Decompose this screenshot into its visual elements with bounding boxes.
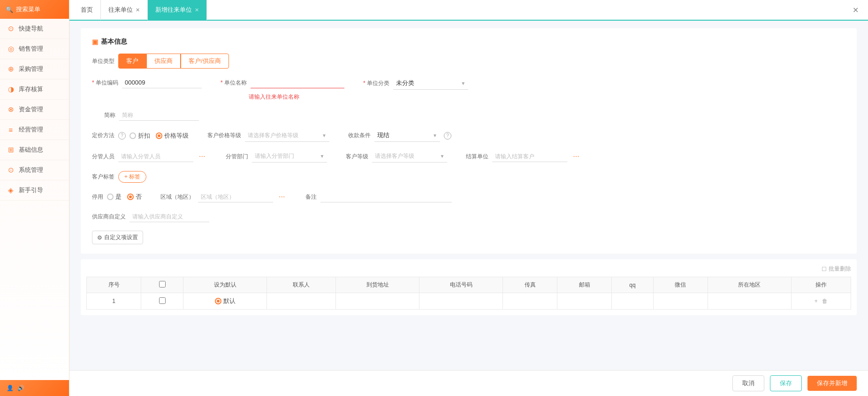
customer-price-placeholder: 请选择客户价格等级 <box>248 132 298 140</box>
settlement-more-btn[interactable]: ··· <box>571 152 581 161</box>
cell-fax <box>503 293 557 310</box>
unit-code-input[interactable] <box>122 77 202 88</box>
pricing-radio-price-level[interactable]: 价格等级 <box>156 132 189 140</box>
default-radio[interactable]: 默认 <box>188 297 262 305</box>
payment-terms-select[interactable]: 现结 ▼ <box>374 129 440 142</box>
select-all-checkbox[interactable] <box>159 281 166 287</box>
batch-delete-btn[interactable]: ☐ 批量删除 <box>822 265 851 273</box>
supplier-custom-label: 供应商自定义 <box>92 213 126 221</box>
manager-row: 分管人员 ··· 分管部门 请输入分管部门 ▼ 客户等级 请选择客户等级 ▼ <box>92 150 845 163</box>
radio-circle-discount <box>129 132 136 139</box>
cancel-button[interactable]: 取消 <box>732 375 764 391</box>
supplier-custom-row: 供应商自定义 <box>92 211 845 222</box>
type-btn-customer[interactable]: 客户 <box>118 54 146 69</box>
customer-tag-group: 客户标签 + 标签 <box>92 171 146 183</box>
section-title-text: 基本信息 <box>101 38 127 46</box>
radio-no-circle <box>127 194 134 200</box>
window-close-button[interactable]: ✕ <box>847 6 864 15</box>
cell-phone <box>419 293 503 310</box>
sidebar-item-guide[interactable]: ◈ 新手引导 <box>0 180 69 201</box>
disable-no-radio[interactable]: 否 <box>127 193 142 201</box>
sidebar-item-purchase[interactable]: ⊕ 采购管理 <box>0 59 69 79</box>
quick-nav-icon: ⊙ <box>7 24 15 33</box>
form-content: ▣ 基本信息 单位类型 客户 供应商 客户/供应商 单位编码 <box>69 21 868 370</box>
purchase-icon: ⊕ <box>7 65 15 73</box>
sidebar-item-basic[interactable]: ⊞ 基础信息 <box>0 140 69 160</box>
unit-category-select[interactable]: 未分类 ▼ <box>393 77 468 90</box>
sidebar-item-inventory[interactable]: ◑ 库存核算 <box>0 79 69 100</box>
cell-actions: + 🗑 <box>791 293 851 310</box>
th-actions: 操作 <box>791 277 851 293</box>
save-new-button[interactable]: 保存并新增 <box>807 376 857 391</box>
sidebar-item-sales[interactable]: ◎ 销售管理 <box>0 39 69 59</box>
pricing-method-group: 定价方法 ? 折扣 价格等级 <box>92 132 189 140</box>
gear-icon: ⚙ <box>97 234 102 241</box>
type-btn-supplier[interactable]: 供应商 <box>146 54 181 69</box>
pricing-radio-discount[interactable]: 折扣 <box>129 132 150 140</box>
customer-level-dropdown-icon: ▼ <box>440 154 444 159</box>
main-content: 首页 往来单位 ✕ 新增往来单位 ✕ ✕ ▣ 基本信息 单位类型 <box>69 0 868 396</box>
sidebar-item-quick-nav[interactable]: ⊙ 快捷导航 <box>0 19 69 39</box>
type-btn-both[interactable]: 客户/供应商 <box>181 54 229 69</box>
sidebar-item-operations[interactable]: ≡ 经营管理 <box>0 120 69 140</box>
sidebar-search[interactable]: 🔍 搜索菜单 <box>0 0 69 19</box>
row-checkbox[interactable] <box>159 297 166 304</box>
payment-terms-dropdown-icon: ▼ <box>433 133 437 138</box>
unit-name-label: 单位名称 <box>221 79 247 87</box>
pricing-help-icon[interactable]: ? <box>118 132 126 140</box>
custom-settings-button[interactable]: ⚙ 自定义项设置 <box>92 231 143 244</box>
sidebar-item-finance[interactable]: ⊗ 资金管理 <box>0 100 69 120</box>
save-button[interactable]: 保存 <box>770 375 802 391</box>
pricing-method-label: 定价方法 <box>92 132 114 140</box>
tab-home[interactable]: 首页 <box>73 0 101 20</box>
th-phone: 电话号码 <box>419 277 503 293</box>
radio-discount-label: 折扣 <box>138 132 150 140</box>
unit-category-value: 未分类 <box>396 79 414 87</box>
region-more-btn[interactable]: ··· <box>277 193 287 201</box>
guide-icon: ◈ <box>7 186 15 194</box>
add-tag-button[interactable]: + 标签 <box>118 171 146 183</box>
sidebar-item-system[interactable]: ⊙ 系统管理 <box>0 160 69 180</box>
short-name-input[interactable] <box>119 109 199 121</box>
settlement-input[interactable] <box>492 151 567 162</box>
inventory-icon: ◑ <box>7 85 15 93</box>
cell-address <box>336 293 419 310</box>
tab-new-unit-close[interactable]: ✕ <box>195 7 199 13</box>
unit-info-row: 单位编码 单位名称 请输入往来单位名称 单位分类 未分类 ▼ <box>92 77 845 101</box>
manager-label: 分管人员 <box>92 153 114 161</box>
th-checkbox <box>141 277 183 293</box>
manager-more-btn[interactable]: ··· <box>197 152 207 161</box>
basic-info-card: ▣ 基本信息 单位类型 客户 供应商 客户/供应商 单位编码 <box>81 28 857 254</box>
batch-delete-icon: ☐ <box>822 266 827 272</box>
cell-contact <box>267 293 336 310</box>
unit-type-group: 单位类型 客户 供应商 客户/供应商 <box>92 54 229 69</box>
add-row-btn[interactable]: + <box>815 298 818 304</box>
delete-row-btn[interactable]: 🗑 <box>822 298 828 304</box>
customer-level-select[interactable]: 请选择客户等级 ▼ <box>372 150 447 163</box>
system-icon: ⊙ <box>7 166 15 174</box>
settlement-label: 结算单位 <box>466 153 488 161</box>
supplier-custom-input[interactable] <box>129 211 209 222</box>
unit-type-buttons: 客户 供应商 客户/供应商 <box>118 54 229 69</box>
unit-category-group: 单位分类 未分类 ▼ <box>363 77 468 90</box>
customer-price-select[interactable]: 请选择客户价格等级 ▼ <box>245 130 329 142</box>
default-label: 默认 <box>223 297 236 305</box>
payment-terms-value: 现结 <box>377 131 389 140</box>
tab-units[interactable]: 往来单位 ✕ <box>101 0 148 20</box>
region-input[interactable] <box>198 191 273 202</box>
tab-units-close[interactable]: ✕ <box>136 7 140 13</box>
custom-settings-label: 自定义项设置 <box>104 233 138 241</box>
disable-label: 停用 <box>92 193 103 201</box>
user-avatar-icon: 👤 <box>7 385 14 391</box>
cell-location <box>708 293 791 310</box>
unit-name-input[interactable] <box>251 77 344 88</box>
unit-code-label: 单位编码 <box>92 79 118 87</box>
volume-icon: 🔊 <box>17 385 24 391</box>
tab-bar: 首页 往来单位 ✕ 新增往来单位 ✕ ✕ <box>69 0 868 21</box>
disable-yes-radio[interactable]: 是 <box>107 193 122 201</box>
payment-help-icon[interactable]: ? <box>444 132 451 140</box>
tab-new-unit[interactable]: 新增往来单位 ✕ <box>148 0 207 20</box>
remark-input[interactable] <box>320 191 452 202</box>
manager-input[interactable] <box>118 151 193 162</box>
department-select[interactable]: 请输入分管部门 ▼ <box>252 150 327 163</box>
